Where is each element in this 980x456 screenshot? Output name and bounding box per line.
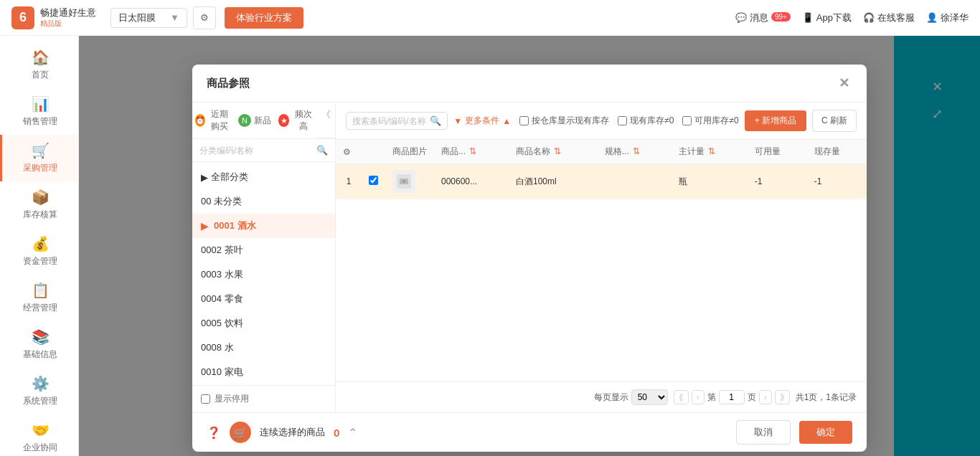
col-unit[interactable]: 主计量 ⇅ xyxy=(672,140,748,164)
per-page-select: 每页显示 50 100 200 xyxy=(594,389,668,405)
row-spec xyxy=(598,164,672,199)
show-disabled-checkbox[interactable] xyxy=(201,394,210,404)
page-first-button[interactable]: ⟪ xyxy=(674,390,689,404)
add-product-button[interactable]: + 新增商品 xyxy=(745,110,806,131)
sidebar-item-finance[interactable]: 💰 资金管理 xyxy=(0,228,78,275)
filter-label: 更多条件 xyxy=(465,115,499,127)
row-check[interactable] xyxy=(362,164,385,199)
product-reference-modal: 商品参照 ✕ ⏰ 近期购买 N 新品 xyxy=(192,65,867,452)
page-suffix: 页 xyxy=(748,391,756,404)
page-last-button[interactable]: ⟫ xyxy=(775,390,790,404)
modal-close-button[interactable]: ✕ xyxy=(835,75,852,92)
sidebar-label-system: 系统管理 xyxy=(23,395,57,407)
message-badge: 99 xyxy=(771,12,791,22)
sidebar-item-sales[interactable]: 📊 销售管理 xyxy=(0,88,78,135)
category-item-fruit[interactable]: 0003 水果 xyxy=(192,262,335,287)
product-table: ⚙ 商品图片 商品... ⇅ 商品名称 xyxy=(336,140,867,199)
all-category-arrow: ▶ xyxy=(201,172,208,183)
col-image: 商品图片 xyxy=(385,140,434,164)
tab-frequent[interactable]: ★ 频次高 xyxy=(275,103,317,138)
row-image xyxy=(385,164,434,199)
category-item-appliances[interactable]: 0010 家电 xyxy=(192,360,335,384)
sidebar-label-inventory: 库存核算 xyxy=(23,209,57,221)
confirm-button[interactable]: 确定 xyxy=(799,421,852,444)
nav-dropdown[interactable]: 日太阳膜 ▼ xyxy=(110,8,187,28)
page-next-button[interactable]: › xyxy=(759,390,772,404)
filter-option-1[interactable]: 按仓库显示现有库存 xyxy=(519,115,609,127)
category-item-all[interactable]: ▶ 全部分类 xyxy=(192,165,335,189)
show-disabled-label: 显示停用 xyxy=(215,393,249,405)
filter-checkbox-1[interactable] xyxy=(519,116,529,125)
app-download-icon: 📱 xyxy=(802,12,814,23)
table-row[interactable]: 1 xyxy=(336,164,867,199)
filter-button[interactable]: ▼ 更多条件 ▲ xyxy=(453,115,511,127)
sidebar-item-enterprise[interactable]: 🤝 企业协同 xyxy=(0,414,78,456)
page-input[interactable] xyxy=(719,390,745,404)
col-code[interactable]: 商品... ⇅ xyxy=(434,140,509,164)
sort-icon-code: ⇅ xyxy=(469,146,476,156)
top-nav: 6 畅捷通好生意 精品版 日太阳膜 ▼ ⚙ 体验行业方案 💬 消息 99 📱 A… xyxy=(0,0,980,36)
category-item-uncategorized[interactable]: 00 未分类 xyxy=(192,189,335,214)
nav-messages[interactable]: 💬 消息 99 xyxy=(735,11,791,24)
sidebar-item-operations[interactable]: 📋 经营管理 xyxy=(0,275,78,321)
category-item-snacks[interactable]: 0004 零食 xyxy=(192,287,335,311)
inventory-icon: 📦 xyxy=(32,189,50,206)
row-available: -1 xyxy=(748,164,807,199)
cancel-button[interactable]: 取消 xyxy=(736,420,791,445)
product-search-input[interactable] xyxy=(352,116,425,126)
page-prev-button[interactable]: ‹ xyxy=(692,390,705,404)
cart-label: 连续选择的商品 xyxy=(260,426,325,439)
col-settings[interactable]: ⚙ xyxy=(336,140,362,164)
filter-checkbox-2[interactable] xyxy=(618,116,627,125)
refresh-button[interactable]: C 刷新 xyxy=(812,110,857,132)
cart-icon[interactable]: 🛒 xyxy=(230,422,251,443)
filter-option-3[interactable]: 可用库存≠0 xyxy=(682,115,738,127)
recent-icon: ⏰ xyxy=(195,114,205,127)
filter-checkbox-3[interactable] xyxy=(682,116,692,125)
industry-solution-button[interactable]: 体验行业方案 xyxy=(225,7,303,29)
logo-text: 畅捷通好生意 精品版 xyxy=(40,7,96,29)
tab-new-products[interactable]: N 新品 xyxy=(234,103,275,138)
sidebar-item-purchase[interactable]: 🛒 采购管理 xyxy=(0,135,78,181)
system-icon: ⚙️ xyxy=(32,375,50,392)
category-footer: 显示停用 xyxy=(192,385,335,412)
row-code: 000600... xyxy=(434,164,509,199)
sidebar-item-inventory[interactable]: 📦 库存核算 xyxy=(0,181,78,228)
nav-online-service[interactable]: 🎧 在线客服 xyxy=(863,11,915,24)
new-icon: N xyxy=(238,114,251,127)
category-item-alcohol[interactable]: ▶ 0001 酒水 xyxy=(192,214,335,238)
col-name-label: 商品名称 xyxy=(516,146,550,156)
message-icon: 💬 xyxy=(735,12,747,23)
sidebar-item-system[interactable]: ⚙️ 系统管理 xyxy=(0,368,78,414)
col-name[interactable]: 商品名称 ⇅ xyxy=(509,140,598,164)
total-info: 共1页，1条记录 xyxy=(796,391,857,404)
category-item-tea[interactable]: 0002 茶叶 xyxy=(192,238,335,262)
filter-option-2-label: 现有库存≠0 xyxy=(630,115,674,127)
product-toolbar: 🔍 ▼ 更多条件 ▲ 按仓库显示现有库存 xyxy=(336,103,867,140)
category-search-icon[interactable]: 🔍 xyxy=(316,145,328,156)
nav-app-download[interactable]: 📱 App下载 xyxy=(802,11,852,24)
per-page-dropdown[interactable]: 50 100 200 xyxy=(631,389,668,405)
collapse-category-button[interactable]: 《 xyxy=(317,103,335,138)
filter-option-2[interactable]: 现有库存≠0 xyxy=(618,115,674,127)
help-icon[interactable]: ❓ xyxy=(207,426,221,440)
row-unit: 瓶 xyxy=(672,164,748,199)
sidebar-item-basic-info[interactable]: 📚 基础信息 xyxy=(0,321,78,368)
nav-gear-button[interactable]: ⚙ xyxy=(193,6,216,29)
row-name: 白酒100ml xyxy=(509,164,598,199)
category-item-water[interactable]: 0008 水 xyxy=(192,336,335,360)
collapse-icon[interactable]: ⌃ xyxy=(348,426,357,440)
nav-user[interactable]: 👤 徐泽华 xyxy=(926,11,969,24)
row-checkbox[interactable] xyxy=(369,176,378,185)
tab-recent-purchase[interactable]: ⏰ 近期购买 xyxy=(192,103,234,138)
col-spec[interactable]: 规格... ⇅ xyxy=(598,140,672,164)
category-search-input[interactable] xyxy=(199,146,312,156)
row-stock: -1 xyxy=(807,164,867,199)
category-item-beverages[interactable]: 0005 饮料 xyxy=(192,311,335,336)
sidebar-item-home[interactable]: 🏠 首页 xyxy=(0,42,78,88)
user-avatar-icon: 👤 xyxy=(926,12,938,23)
product-search-icon[interactable]: 🔍 xyxy=(430,115,441,126)
per-page-label: 每页显示 xyxy=(594,391,628,404)
modal-footer: ❓ 🛒 连续选择的商品 0 ⌃ 取消 确定 xyxy=(192,412,867,452)
category-list: ▶ 全部分类 00 未分类 ▶ 0001 酒水 0002 茶 xyxy=(192,162,335,385)
